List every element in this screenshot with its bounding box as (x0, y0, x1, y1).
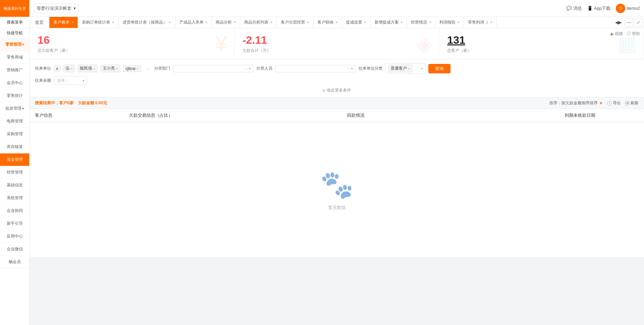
tab-home[interactable]: 首页 (30, 17, 49, 28)
filter-tag-unit-chen[interactable]: 陈民强 × (78, 65, 97, 72)
message-btn[interactable]: 💬 消息 (566, 5, 582, 11)
remove-wu-btn[interactable]: × (71, 67, 73, 71)
tab-close-5[interactable]: × (270, 21, 272, 24)
tab-close-4[interactable]: × (234, 21, 236, 24)
tab-close-9[interactable]: × (401, 21, 403, 24)
stats-customers-value: 16 (38, 34, 226, 46)
sidebar-item-10[interactable]: 经营管理 (0, 166, 29, 179)
tab-close-3[interactable]: × (206, 21, 208, 24)
video-btn[interactable]: ▶ 视频 (611, 31, 623, 37)
tab-label-6: 客户分层经营 (281, 20, 305, 25)
more-tags-btn[interactable]: ··· (144, 65, 152, 72)
query-btn[interactable]: 查询 (428, 64, 450, 73)
filter-tag-unit-all[interactable]: x (54, 65, 60, 72)
tab-label-8: 提成设置 (346, 20, 362, 25)
remove-chen-btn[interactable]: × (93, 67, 95, 71)
table-body: 🐾 暂无数据 (30, 122, 644, 257)
tabs-minimize-btn[interactable]: — (625, 18, 633, 27)
balance-select[interactable]: 选择... ▾ (54, 76, 87, 85)
filter-tag-unit-cjttcw[interactable]: cjttcw × (123, 65, 141, 72)
user-menu[interactable]: D demo2 (616, 4, 640, 13)
sidebar-quick-nav[interactable]: 快捷导航 (0, 28, 29, 38)
tab-close-7[interactable]: × (336, 21, 338, 24)
filter-tag-unit-wu[interactable]: 伍 × (63, 65, 75, 72)
collapse-btn[interactable]: ∧ 收起更多条件 (35, 87, 639, 93)
sidebar-item-7[interactable]: 采购管理 (0, 128, 29, 141)
tab-2[interactable]: 进货单统计表（按商品）× (119, 17, 175, 28)
tab-8[interactable]: 提成设置× (342, 17, 371, 28)
sidebar-item-2[interactable]: 营销推广 (0, 64, 29, 77)
sidebar-item-16[interactable]: 企业微信 (0, 243, 29, 256)
message-icon: 💬 (566, 6, 572, 11)
stats-total-value: 131 (447, 34, 636, 46)
sidebar-item-5[interactable]: 批发管理 ▾ (0, 102, 29, 115)
tabs-more-btn[interactable]: ◀ ▶ (612, 17, 625, 28)
topbar: 母婴行业演示帐套 ▾ 💬 消息 📱 App下载 D demo2 (30, 0, 644, 17)
remove-cjttcw-btn[interactable]: × (136, 67, 138, 71)
sidebar-item-15[interactable]: 应用中心 (0, 230, 29, 243)
filter-category-label: 往来单位分类 (358, 66, 383, 71)
sidebar-item-13[interactable]: 企业协同 (0, 205, 29, 217)
tab-12[interactable]: 零售利润（× (464, 17, 497, 28)
tab-close-11[interactable]: × (458, 21, 460, 24)
tabs-fullscreen-btn[interactable]: ⤢ (634, 18, 643, 27)
remove-category-btn[interactable]: × (408, 67, 410, 71)
col-duedate: 到期未收款日期 (565, 112, 639, 118)
tab-3[interactable]: 产成品入库单× (175, 17, 212, 28)
category-select[interactable]: 普通客户 × ▾ (385, 63, 426, 74)
tab-label-11: 利润报告 (439, 20, 456, 25)
tab-5[interactable]: 商品分析列表× (240, 17, 277, 28)
sidebar-item-4[interactable]: 零售统计 (0, 89, 29, 102)
tab-label-0: 客户账本 (53, 20, 70, 25)
sidebar-item-8[interactable]: 库存核算 (0, 141, 29, 153)
help-btn[interactable]: ⓘ 帮助 (627, 31, 640, 37)
stats-total-label: 总客户（家） (447, 48, 636, 53)
tab-6[interactable]: 客户分层经营× (277, 17, 313, 28)
person-select[interactable]: ··· ▾ (275, 65, 356, 72)
sidebar-item-3[interactable]: 会员中心 (0, 77, 29, 89)
refresh-btn[interactable]: ↺ 刷新 (625, 100, 639, 106)
tab-close-12[interactable]: × (490, 21, 492, 24)
tab-close-2[interactable]: × (169, 21, 171, 24)
app-download-btn[interactable]: 📱 App下载 (587, 5, 610, 11)
tab-close-1[interactable]: × (112, 21, 114, 24)
sidebar-item-11[interactable]: 基础信息 (0, 179, 29, 192)
tab-0[interactable]: 客户账本× (49, 17, 78, 28)
export-btn[interactable]: ↑ 导出 (607, 100, 621, 106)
tab-close-0[interactable]: × (72, 21, 74, 24)
sidebar-search[interactable]: 搜索菜单 (0, 17, 29, 28)
tab-label-7: 客户联络 (317, 20, 334, 25)
tab-9[interactable]: 新增提成方案× (371, 17, 407, 28)
expand-icon: ▾ (22, 107, 24, 110)
sidebar-item-17[interactable]: 畅会员 (0, 256, 29, 268)
sidebar-item-9[interactable]: 资金管理 (0, 153, 29, 166)
chevron-down-icon2: ▾ (351, 67, 353, 70)
tab-4[interactable]: 商品分析× (212, 17, 240, 28)
tab-close-6[interactable]: × (307, 21, 309, 24)
col-debt: 欠款交易信息（占比） (129, 112, 347, 118)
tab-close-10[interactable]: × (429, 21, 431, 24)
tab-1[interactable]: 采购订单统计表× (78, 17, 119, 28)
remove-wang-btn[interactable]: × (116, 67, 118, 71)
chevron-down-icon3: ▾ (421, 67, 423, 70)
sidebar-item-1[interactable]: 零售商城 (0, 51, 29, 64)
tab-label-2: 进货单统计表（按商品） (123, 20, 167, 25)
help-icon: ⓘ (627, 31, 631, 37)
sidebar-item-6[interactable]: 电商管理 (0, 115, 29, 128)
filter-tag-unit-wang[interactable]: 王小亮 × (100, 65, 120, 72)
tab-11[interactable]: 利润报告× (435, 17, 464, 28)
tab-10[interactable]: 经营情况× (407, 17, 435, 28)
sidebar-item-12[interactable]: 系统管理 (0, 192, 29, 205)
refresh-icon: ↺ (625, 101, 630, 106)
account-dropdown[interactable]: 母婴行业演示帐套 ▾ (34, 4, 79, 13)
play-icon: ▶ (611, 32, 614, 36)
stats-bar: ¥ 16 总欠款客户（家） ◈ -2.11 欠款合计（万） ▦ 131 总客户（… (30, 28, 644, 59)
tab-7[interactable]: 客户联络× (313, 17, 342, 28)
sidebar-item-14[interactable]: 新手引导 (0, 217, 29, 230)
account-label: 母婴行业演示帐套 (37, 5, 72, 11)
tab-close-8[interactable]: × (364, 21, 366, 24)
sort-btn[interactable]: 排序：按欠款金额倒序排序 ▼ (549, 100, 603, 106)
diamond-icon: ◈ (417, 32, 432, 56)
sidebar-item-0[interactable]: 零售管理 ▾ (0, 38, 29, 51)
dept-select[interactable]: ··· ▾ (173, 65, 254, 72)
